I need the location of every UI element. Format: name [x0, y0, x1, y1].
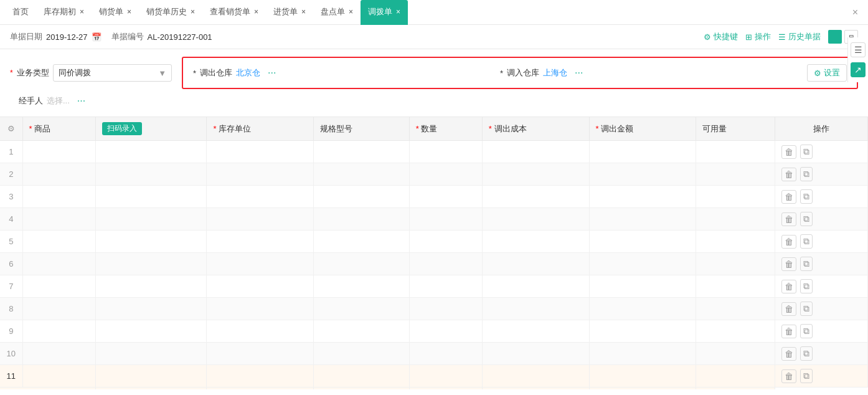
delete-row-button[interactable]: 🗑: [781, 212, 796, 226]
cost-cell[interactable]: [482, 253, 589, 275]
spec-cell[interactable]: [314, 253, 410, 275]
spec-cell[interactable]: [314, 163, 410, 186]
copy-row-button[interactable]: ⧉: [800, 212, 813, 226]
copy-row-button[interactable]: ⧉: [800, 257, 813, 271]
cost-cell[interactable]: [482, 365, 589, 388]
spec-cell[interactable]: [314, 365, 410, 388]
spec-cell[interactable]: [314, 343, 410, 365]
out-warehouse-dots[interactable]: ···: [268, 67, 276, 79]
sidebar-list-icon[interactable]: ☰: [851, 42, 866, 57]
unit-cell[interactable]: [207, 320, 314, 343]
amount-cell[interactable]: [589, 275, 696, 298]
qty-cell[interactable]: [409, 208, 482, 231]
unit-cell[interactable]: [207, 343, 314, 365]
copy-row-button[interactable]: ⧉: [800, 324, 813, 338]
delete-row-button[interactable]: 🗑: [781, 302, 796, 316]
delete-row-button[interactable]: 🗑: [781, 190, 796, 204]
spec-cell[interactable]: [314, 186, 410, 208]
copy-row-button[interactable]: ⧉: [800, 234, 813, 249]
amount-cell[interactable]: [589, 365, 696, 388]
tab-transfer[interactable]: 调拨单 ×: [361, 0, 408, 25]
shortcuts-button[interactable]: ⚙ 快捷键: [704, 31, 738, 42]
qty-cell[interactable]: [409, 275, 482, 298]
copy-row-button[interactable]: ⧉: [800, 346, 813, 361]
amount-cell[interactable]: [589, 298, 696, 320]
tab-stocktake[interactable]: 盘点单 ×: [313, 0, 361, 25]
amount-cell[interactable]: [589, 320, 696, 343]
cost-cell[interactable]: [482, 163, 589, 186]
tab-sales-order-close[interactable]: ×: [127, 7, 131, 16]
cost-cell[interactable]: [482, 186, 589, 208]
tab-purchase-close[interactable]: ×: [301, 7, 306, 16]
qty-cell[interactable]: [409, 343, 482, 365]
copy-row-button[interactable]: ⧉: [800, 369, 813, 383]
cost-cell[interactable]: [482, 343, 589, 365]
product-cell[interactable]: [22, 231, 95, 253]
history-button[interactable]: ☰ 历史单据: [778, 31, 821, 42]
in-warehouse-value[interactable]: 上海仓: [543, 67, 567, 79]
product-cell[interactable]: [22, 163, 95, 186]
unit-cell[interactable]: [207, 141, 314, 163]
unit-cell[interactable]: [207, 365, 314, 388]
spec-cell[interactable]: [314, 275, 410, 298]
qty-cell[interactable]: [409, 365, 482, 388]
qty-cell[interactable]: [409, 141, 482, 163]
tab-view-sales[interactable]: 查看销货单 ×: [202, 0, 266, 25]
amount-cell[interactable]: [589, 186, 696, 208]
gear-icon[interactable]: ⚙: [7, 124, 15, 133]
delete-row-button[interactable]: 🗑: [781, 257, 796, 271]
delete-row-button[interactable]: 🗑: [781, 168, 796, 181]
copy-row-button[interactable]: ⧉: [800, 279, 813, 293]
spec-cell[interactable]: [314, 208, 410, 231]
tab-sales-order[interactable]: 销货单 ×: [92, 0, 139, 25]
delete-row-button[interactable]: 🗑: [781, 280, 796, 293]
product-cell[interactable]: [22, 275, 95, 298]
tab-inventory-init-close[interactable]: ×: [80, 7, 84, 16]
layout-button-1[interactable]: [828, 30, 842, 44]
product-cell[interactable]: [22, 365, 95, 388]
spec-cell[interactable]: [314, 231, 410, 253]
cost-cell[interactable]: [482, 231, 589, 253]
tab-sales-history[interactable]: 销货单历史 ×: [139, 0, 202, 25]
amount-cell[interactable]: [589, 208, 696, 231]
copy-row-button[interactable]: ⧉: [800, 302, 813, 316]
delete-row-button[interactable]: 🗑: [781, 145, 796, 159]
delete-row-button[interactable]: 🗑: [781, 235, 796, 249]
cost-cell[interactable]: [482, 208, 589, 231]
amount-cell[interactable]: [589, 343, 696, 365]
product-cell[interactable]: [22, 253, 95, 275]
unit-cell[interactable]: [207, 163, 314, 186]
person-dots[interactable]: ···: [77, 95, 85, 107]
unit-cell[interactable]: [207, 186, 314, 208]
unit-cell[interactable]: [207, 208, 314, 231]
product-cell[interactable]: [22, 208, 95, 231]
spec-cell[interactable]: [314, 320, 410, 343]
qty-cell[interactable]: [409, 186, 482, 208]
amount-cell[interactable]: [589, 231, 696, 253]
delete-row-button[interactable]: 🗑: [781, 325, 796, 338]
amount-cell[interactable]: [589, 163, 696, 186]
cost-cell[interactable]: [482, 141, 589, 163]
product-cell[interactable]: [22, 141, 95, 163]
operations-button[interactable]: ⊞ 操作: [745, 31, 771, 42]
tab-home[interactable]: 首页: [5, 0, 36, 25]
tab-stocktake-close[interactable]: ×: [349, 7, 353, 16]
amount-cell[interactable]: [589, 141, 696, 163]
gear-header[interactable]: ⚙: [0, 117, 22, 141]
business-type-select[interactable]: 同价调拨 ▼: [53, 64, 172, 82]
out-warehouse-value[interactable]: 北京仓: [236, 67, 260, 79]
unit-cell[interactable]: [207, 275, 314, 298]
cost-cell[interactable]: [482, 298, 589, 320]
tab-inventory-init[interactable]: 库存期初 ×: [36, 0, 92, 25]
unit-cell[interactable]: [207, 253, 314, 275]
product-cell[interactable]: [22, 343, 95, 365]
qty-cell[interactable]: [409, 320, 482, 343]
delete-row-button[interactable]: 🗑: [781, 369, 796, 383]
product-cell[interactable]: [22, 186, 95, 208]
spec-cell[interactable]: [314, 141, 410, 163]
copy-row-button[interactable]: ⧉: [800, 167, 813, 181]
spec-cell[interactable]: [314, 298, 410, 320]
tab-transfer-close[interactable]: ×: [396, 7, 400, 16]
qty-cell[interactable]: [409, 253, 482, 275]
copy-row-button[interactable]: ⧉: [800, 145, 813, 159]
